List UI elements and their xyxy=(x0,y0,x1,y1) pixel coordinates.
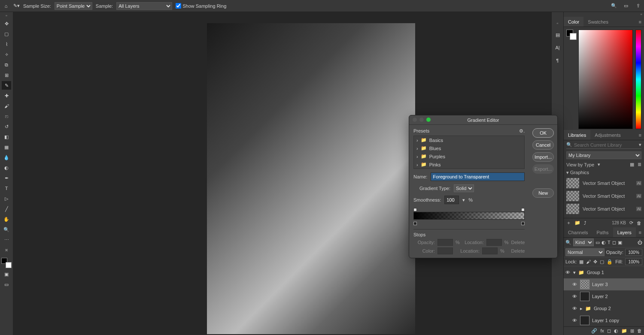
layer-row-group1[interactable]: 👁 ▾ 📁 Group 1 xyxy=(564,266,644,278)
hand-tool[interactable]: ✋ xyxy=(2,215,11,223)
color-bg-swatch[interactable] xyxy=(570,33,577,40)
search-icon[interactable]: 🔍 xyxy=(611,3,617,9)
lock-all-icon[interactable]: 🔒 xyxy=(607,259,613,265)
fill-input[interactable] xyxy=(625,258,642,265)
color-stop-left[interactable] xyxy=(413,222,417,225)
graphics-disclosure-icon[interactable]: ▾ xyxy=(566,170,570,175)
gradient-preview[interactable] xyxy=(413,212,525,220)
workspace-icon[interactable]: ▭ xyxy=(623,3,629,9)
fx-icon[interactable]: fx xyxy=(600,328,604,334)
lock-pos-icon[interactable]: ✥ xyxy=(593,259,597,265)
grid-view-icon[interactable]: ▦ xyxy=(630,162,634,167)
blur-tool[interactable]: 💧 xyxy=(2,153,11,162)
library-item[interactable]: Vector Smart ObjectAi xyxy=(566,178,641,188)
layer-row-layer3[interactable]: 👁 Layer 3 xyxy=(564,278,644,290)
filter-smart-icon[interactable]: ▣ xyxy=(618,240,622,245)
color-stop-right[interactable] xyxy=(521,222,525,225)
preset-folder-blues[interactable]: ›📁Blues xyxy=(414,144,524,152)
zoom-window-icon[interactable] xyxy=(426,118,431,122)
library-select[interactable]: My Library xyxy=(566,151,641,159)
gradient-tool[interactable]: ▦ xyxy=(2,143,11,151)
opacity-stop-right[interactable] xyxy=(521,208,525,211)
delete-layer-icon[interactable]: 🗑 xyxy=(637,328,642,334)
trash-icon[interactable]: 🗑 xyxy=(637,220,641,226)
brush-tool[interactable]: 🖌 xyxy=(2,102,11,110)
screenmode-tool[interactable]: ▭ xyxy=(2,280,11,289)
layer-row-layer1copy[interactable]: 👁 Layer 1 copy xyxy=(564,314,644,326)
visibility-icon[interactable]: 👁 xyxy=(572,282,577,287)
mask-icon[interactable]: ◻ xyxy=(607,328,611,334)
share-icon[interactable]: ⇪ xyxy=(635,3,641,9)
filter-pixel-icon[interactable]: ▭ xyxy=(595,240,600,245)
paragraph-icon[interactable]: ¶ xyxy=(554,57,561,64)
pen-tool[interactable]: ✒ xyxy=(2,174,11,182)
library-search-input[interactable] xyxy=(574,142,637,148)
eyedropper-tool-icon[interactable]: ✎▾ xyxy=(13,3,20,9)
link-layers-icon[interactable]: 🔗 xyxy=(591,328,597,334)
visibility-icon[interactable]: 👁 xyxy=(572,294,577,299)
minimize-window-icon[interactable] xyxy=(419,118,424,122)
sync-icon[interactable]: ⟳ xyxy=(629,220,633,226)
move-tool[interactable]: ✥ xyxy=(2,19,11,28)
tab-layers[interactable]: Layers xyxy=(613,227,636,237)
search-dropdown-icon[interactable]: ▾ xyxy=(639,142,641,148)
library-item[interactable]: Vector Smart ObjectAi xyxy=(566,204,641,214)
wand-tool[interactable]: ✧ xyxy=(2,50,11,59)
blend-mode-select[interactable]: Normal xyxy=(565,248,605,256)
tab-adjustments[interactable]: Adjustments xyxy=(590,130,625,140)
adjustment-layer-icon[interactable]: ◐ xyxy=(614,328,618,334)
character-icon[interactable]: A| xyxy=(554,44,561,51)
new-button[interactable]: New xyxy=(532,188,554,198)
filter-shape-icon[interactable]: ◻ xyxy=(612,240,616,245)
sample-select[interactable]: All Layers xyxy=(116,2,172,10)
disclosure-icon[interactable]: › xyxy=(416,146,418,151)
tab-swatches[interactable]: Swatches xyxy=(583,17,613,27)
lasso-tool[interactable]: ⌇ xyxy=(2,40,11,48)
disclosure-icon[interactable]: › xyxy=(416,138,418,143)
tab-libraries[interactable]: Libraries xyxy=(564,130,590,140)
swap-colors-icon[interactable]: ⤭ xyxy=(2,246,11,254)
gradient-name-input[interactable] xyxy=(431,172,525,181)
cancel-button[interactable]: Cancel xyxy=(532,140,554,150)
disclosure-icon[interactable]: ▾ xyxy=(573,270,576,275)
preset-list[interactable]: ›📁Basics ›📁Blues ›📁Purples ›📁Pinks xyxy=(413,136,525,169)
filter-type-icon[interactable]: T xyxy=(608,240,611,245)
preset-folder-pinks[interactable]: ›📁Pinks xyxy=(414,160,524,169)
eyedropper-tool[interactable]: ✎ xyxy=(2,81,11,90)
dialog-titlebar[interactable]: Gradient Editor xyxy=(409,115,557,125)
layer-filter-kind[interactable]: Kind xyxy=(573,238,594,246)
color-swatches[interactable] xyxy=(1,258,12,268)
color-panel-menu-icon[interactable]: ≡ xyxy=(639,19,644,24)
eraser-tool[interactable]: ◧ xyxy=(2,133,11,141)
sample-size-select[interactable]: Point Sample xyxy=(55,2,92,10)
zoom-tool[interactable]: 🔍 xyxy=(2,225,11,234)
add-content-icon[interactable]: ＋ xyxy=(566,220,571,226)
presets-gear-icon[interactable]: ⚙. xyxy=(519,128,525,134)
type-tool[interactable]: T xyxy=(2,184,11,193)
gradient-bar[interactable] xyxy=(413,208,525,226)
disclosure-icon[interactable]: › xyxy=(416,154,418,159)
color-field[interactable] xyxy=(578,30,633,129)
frame-tool[interactable]: ⊞ xyxy=(2,71,11,79)
close-window-icon[interactable] xyxy=(413,118,417,122)
more-tools[interactable]: ⋯ xyxy=(2,235,11,244)
histogram-icon[interactable]: ▤ xyxy=(554,31,561,38)
list-view-icon[interactable]: ≣ xyxy=(638,162,641,167)
libraries-panel-menu-icon[interactable]: ≡ xyxy=(639,133,644,138)
opacity-stop-left[interactable] xyxy=(413,208,417,211)
quickmask-tool[interactable]: ▣ xyxy=(2,270,11,278)
disclosure-icon[interactable]: › xyxy=(416,162,418,167)
smoothness-input[interactable] xyxy=(444,196,459,204)
layer-row-group2[interactable]: 👁 ▸ 📁 Group 2 xyxy=(564,302,644,314)
sampling-ring-check[interactable] xyxy=(176,3,181,9)
visibility-icon[interactable]: 👁 xyxy=(572,318,577,323)
marquee-tool[interactable]: ▢ xyxy=(2,30,11,38)
view-by-type-label[interactable]: View by Type xyxy=(566,162,594,167)
group-icon[interactable]: 📁 xyxy=(621,328,627,334)
layer-row-layer2[interactable]: 👁 Layer 2 xyxy=(564,290,644,302)
path-select-tool[interactable]: ▷ xyxy=(2,194,11,203)
lock-trans-icon[interactable]: ▦ xyxy=(579,259,583,265)
add-folder-icon[interactable]: 📁 xyxy=(574,220,580,226)
background-color[interactable] xyxy=(6,262,12,268)
stamp-tool[interactable]: ⏍ xyxy=(2,112,11,121)
